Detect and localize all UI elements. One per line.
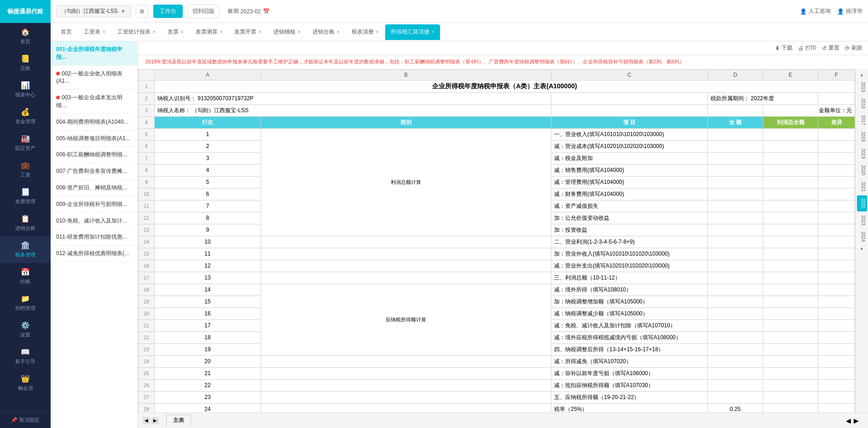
year-item-2019a[interactable]: 2019	[857, 79, 867, 95]
sidebar-item-purchase-sales[interactable]: 📋 进销台账	[0, 210, 51, 236]
sidebar-item-settings[interactable]: ⚙️ 设置	[0, 316, 51, 343]
sidebar-item-member[interactable]: 👑 畅会员	[0, 370, 51, 396]
switch-old-button[interactable]: 切到旧版	[187, 4, 220, 18]
reset-button[interactable]: ↺ 重置	[822, 44, 839, 52]
sidebar-footer-pin[interactable]: 📌 取消固定	[0, 411, 51, 428]
sidebar-item-archive[interactable]: 📁 归档管理	[0, 290, 51, 316]
table-row: 24 20 减：所得减免（填写A107020）	[139, 355, 855, 367]
print-button[interactable]: 🖨 打印	[798, 44, 816, 52]
ai-consult[interactable]: 👤 人工咨询	[800, 7, 831, 15]
refresh-button[interactable]: ⟳ 刷新	[845, 44, 862, 52]
tab-payroll-close[interactable]: ×	[103, 29, 105, 34]
sidebar-footer-label: 取消固定	[19, 417, 40, 423]
left-panel-item-006[interactable]: 006-职工薪酬纳税调整明细...	[51, 147, 138, 163]
assets-icon: 🏭	[21, 134, 30, 143]
sheet-tab-main[interactable]: 主表	[166, 415, 191, 426]
settlement-icon: 📅	[21, 268, 30, 276]
archive-icon: 📁	[21, 294, 30, 303]
tab-income-tax[interactable]: 所得税汇算清缴 ×	[385, 24, 440, 40]
tab-purchase-ledger-close[interactable]: ×	[337, 29, 340, 34]
left-panel-item-010[interactable]: 010-免税、减计收入及加计...	[51, 213, 138, 229]
table-row: 15 11 加：营业外收入(填写A101010\101020\103000)	[139, 248, 855, 260]
sheet-scroll-right[interactable]: ▶	[854, 417, 859, 424]
tab-invoice-open[interactable]: 发票开票 ×	[229, 24, 267, 40]
year-item-2017[interactable]: 2017	[857, 112, 867, 128]
year-item-2023[interactable]: 2023	[857, 212, 867, 228]
refresh-icon: ⟳	[845, 45, 850, 51]
year-down-arrow[interactable]: ▼	[859, 245, 865, 252]
error-dot-002	[56, 72, 60, 75]
year-item-2018[interactable]: 2018	[857, 129, 867, 144]
empty-cell-r3b	[708, 104, 763, 116]
year-up-arrow[interactable]: ▲	[859, 71, 865, 78]
tab-invoice-calc-close[interactable]: ×	[220, 29, 223, 34]
left-panel-item-008[interactable]: 008-资产折旧、摊销及纳税...	[51, 180, 138, 196]
left-panel-item-011[interactable]: 011-研发费用加计扣除优惠...	[51, 229, 138, 245]
col-header-C: C	[551, 69, 708, 80]
tab-tax-return-label: 税表清册	[352, 28, 374, 36]
workbench-button[interactable]: 工作台	[153, 5, 183, 18]
content-area: 001-企业所得税年度纳税申报... 002-一般企业收入明细表(A1... 0…	[51, 41, 868, 428]
tab-purchase-audit-close[interactable]: ×	[298, 29, 301, 34]
sidebar-item-settlement[interactable]: 📅 结账	[0, 263, 51, 290]
company-settings-icon[interactable]: ⚙	[136, 5, 149, 18]
tab-payroll-stats[interactable]: 工资统计报表 ×	[112, 24, 161, 40]
sidebar-item-assets[interactable]: 🏭 固定资产	[0, 130, 51, 156]
left-panel-item-002[interactable]: 002-一般企业收入明细表(A1...	[51, 66, 138, 90]
sheet-area[interactable]: A B C D E F 1 企业所	[138, 69, 855, 412]
user-info[interactable]: 👤 徐淳华	[837, 7, 862, 15]
year-sidebar: ▲ 2019 2016 2017 2018 2019 2020 2021 202…	[855, 69, 868, 412]
tab-invoice[interactable]: 发票 ×	[162, 24, 189, 40]
member-icon: 👑	[21, 374, 30, 383]
year-item-2016[interactable]: 2016	[857, 96, 867, 111]
tab-purchase-ledger[interactable]: 进销台账 ×	[307, 24, 345, 40]
tab-tax-return[interactable]: 税表清册 ×	[346, 24, 384, 40]
sheet-scroll-left[interactable]: ◀	[846, 417, 851, 424]
sidebar-item-funds[interactable]: 💰 资金管理	[0, 103, 51, 130]
tab-home[interactable]: 首页	[55, 24, 77, 40]
sheet-nav-left[interactable]: ◀	[143, 417, 150, 424]
tab-invoice-close[interactable]: ×	[181, 29, 184, 34]
year-item-2024[interactable]: 2024	[857, 229, 867, 245]
tab-payroll-label: 工资表	[84, 28, 100, 36]
left-panel-item-009[interactable]: 009-企业所得税补亏损明细...	[51, 196, 138, 213]
sheet-title-cell: 企业所得税年度纳税申报表（A类）主表(A100000)	[155, 80, 855, 92]
table-row: 25 21 减：弥补以前年度亏损（填写A106000）	[139, 367, 855, 379]
unit-label-cell: 金额单位：元	[763, 104, 855, 116]
left-panel-item-007[interactable]: 007-广告费和业务宣传费摊...	[51, 163, 138, 180]
calendar-icon[interactable]: 📅	[263, 8, 270, 15]
company-selector[interactable]: （勾削）江西服宝-LSS ▼	[56, 5, 131, 17]
download-button[interactable]: ⬇ 下载	[775, 44, 793, 52]
tab-tax-return-close[interactable]: ×	[376, 29, 379, 34]
year-item-2022[interactable]: 2022	[857, 195, 867, 211]
sheet-nav-right[interactable]: ▶	[151, 417, 159, 424]
left-panel-item-003[interactable]: 003-一般企业成本支出明细...	[51, 90, 138, 114]
tab-payroll[interactable]: 工资表 ×	[78, 24, 111, 40]
year-item-2019b[interactable]: 2019	[857, 146, 867, 161]
sidebar-item-payroll[interactable]: 💼 工资	[0, 156, 51, 183]
tab-income-tax-close[interactable]: ×	[432, 29, 434, 34]
tab-invoice-calc[interactable]: 发票测算 ×	[190, 24, 228, 40]
tab-invoice-calc-label: 发票测算	[196, 28, 218, 36]
sidebar-item-ledger[interactable]: 📒 总账	[0, 50, 51, 76]
left-panel-item-001[interactable]: 001-企业所得税年度纳税申报...	[51, 41, 138, 66]
left-panel-item-005[interactable]: 005-纳税调整项目明细表(A1...	[51, 131, 138, 147]
sidebar-item-tax-mgmt[interactable]: 🏛️ 税务管理	[0, 236, 51, 263]
tab-payroll-stats-close[interactable]: ×	[153, 29, 156, 34]
tab-purchase-audit[interactable]: 进销稽核 ×	[268, 24, 306, 40]
sidebar-label-settlement: 结账	[20, 278, 30, 285]
left-panel-item-004[interactable]: 004-期间费用明细表(A1040...	[51, 114, 138, 131]
left-panel-item-012[interactable]: 012-减免所得税优惠明细表(...	[51, 245, 138, 262]
year-item-2021[interactable]: 2021	[857, 179, 867, 194]
col-label-profit: 利润总全额	[763, 116, 818, 128]
sidebar-item-home[interactable]: 🏠 首页	[0, 23, 51, 50]
sidebar-item-reports[interactable]: 📊 报表中心	[0, 76, 51, 103]
empty-cell-r2b	[818, 92, 855, 104]
taxpayer-name-label-cell: 纳税人名称： （勾削）江西服宝-LSS	[155, 104, 551, 116]
year-item-2020[interactable]: 2020	[857, 162, 867, 178]
tab-invoice-open-close[interactable]: ×	[259, 29, 261, 34]
col-header-D: D	[708, 69, 763, 80]
table-row: 26 22 减：抵扣应纳税所得额（填写A107030）	[139, 379, 855, 391]
sidebar-item-invoice-mgmt[interactable]: 🧾 发票管理	[0, 183, 51, 210]
sidebar-item-guide[interactable]: 📖 新手引导	[0, 343, 51, 370]
